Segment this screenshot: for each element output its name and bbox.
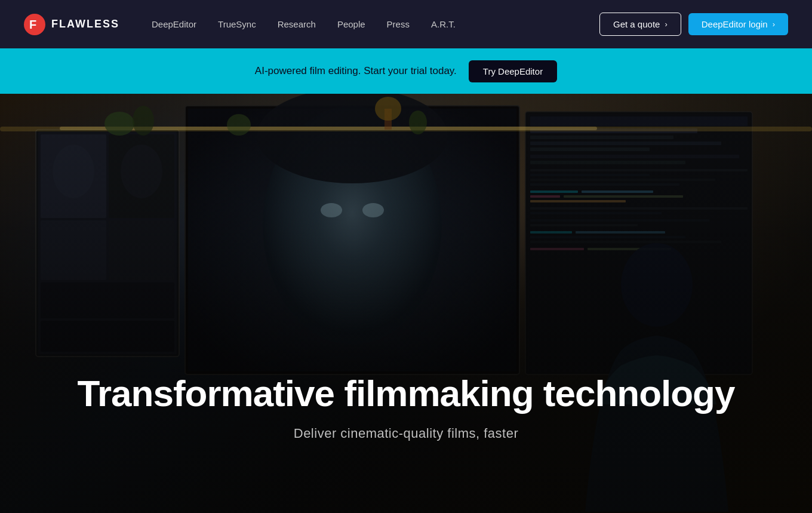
- announcement-bar: AI-powered film editing. Start your tria…: [0, 48, 812, 94]
- try-deepeditor-button[interactable]: Try DeepEditor: [469, 60, 557, 82]
- deepeditor-login-button[interactable]: DeepEditor login ›: [688, 13, 788, 35]
- hero-text: Transformative filmmaking technology Del…: [78, 373, 735, 441]
- nav-deepeditor[interactable]: DeepEditor: [143, 14, 205, 34]
- chevron-right-icon: ›: [665, 20, 667, 29]
- nav-research[interactable]: Research: [269, 14, 324, 34]
- navbar: F FLAWLESS DeepEditor TrueSync Research …: [0, 0, 812, 48]
- nav-press[interactable]: Press: [379, 14, 418, 34]
- svg-text:F: F: [29, 18, 36, 31]
- chevron-right-icon-login: ›: [773, 20, 775, 29]
- hero-title: Transformative filmmaking technology: [78, 373, 735, 414]
- brand-name: FLAWLESS: [51, 18, 119, 30]
- nav-truesync[interactable]: TrueSync: [210, 14, 264, 34]
- navbar-right: Get a quote › DeepEditor login ›: [599, 13, 788, 36]
- navbar-left: F FLAWLESS DeepEditor TrueSync Research …: [24, 14, 464, 35]
- logo-icon: F: [24, 14, 45, 35]
- nav-links: DeepEditor TrueSync Research People Pres…: [143, 14, 464, 34]
- nav-art[interactable]: A.R.T.: [423, 14, 464, 34]
- logo-link[interactable]: F FLAWLESS: [24, 14, 119, 35]
- announcement-text: AI-powered film editing. Start your tria…: [255, 65, 457, 77]
- hero-subtitle: Deliver cinematic-quality films, faster: [78, 426, 735, 441]
- nav-people[interactable]: People: [329, 14, 374, 34]
- get-quote-button[interactable]: Get a quote ›: [599, 13, 681, 36]
